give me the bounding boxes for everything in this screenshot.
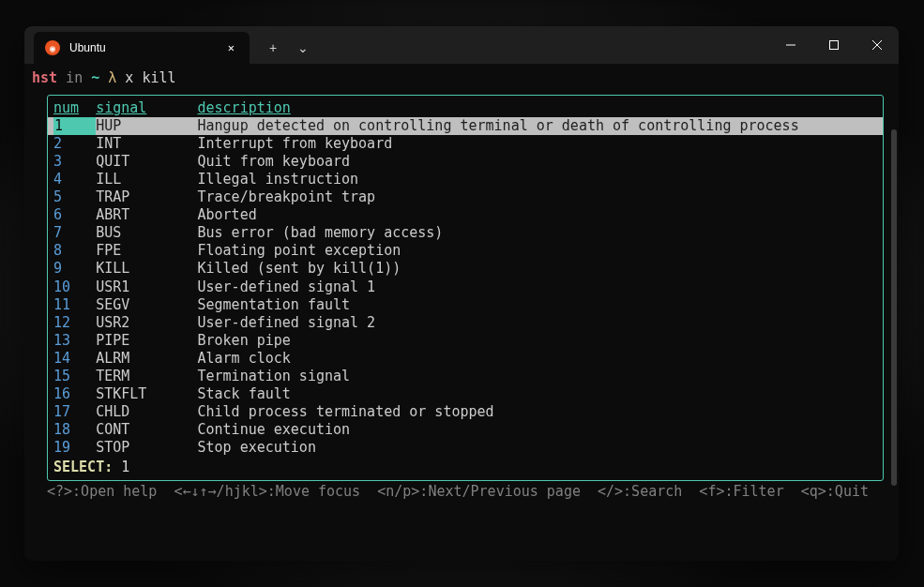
table-row[interactable]: 18 CONTContinue execution — [48, 421, 883, 439]
row-num: 7 — [53, 224, 96, 242]
signal-panel: num signaldescription 1 HUPHangup detect… — [47, 95, 884, 481]
row-num: 17 — [53, 403, 96, 421]
table-row[interactable]: 5 TRAPTrace/breakpoint trap — [48, 188, 883, 206]
row-num: 3 — [53, 153, 96, 171]
prompt-line: hst in ~ λ x kill — [30, 69, 893, 95]
row-signal: FPE — [96, 242, 197, 260]
table-row[interactable]: 6 ABRTAborted — [48, 206, 883, 224]
row-description: Aborted — [198, 206, 257, 224]
row-description: Broken pipe — [198, 332, 291, 350]
row-num: 18 — [53, 421, 96, 439]
table-row[interactable]: 11 SEGVSegmentation fault — [48, 296, 883, 314]
maximize-button[interactable] — [812, 26, 856, 64]
prompt-dir: ~ — [91, 69, 99, 86]
titlebar: ◉ Ubuntu ✕ + ⌄ — [24, 26, 899, 64]
row-num: 11 — [53, 296, 96, 314]
table-row[interactable]: 19 STOPStop execution — [48, 439, 883, 457]
table-row[interactable]: 8 FPEFloating point exception — [48, 242, 883, 260]
new-tab-button[interactable]: + — [261, 40, 285, 55]
row-num: 10 — [53, 278, 96, 296]
header-description: description — [198, 99, 291, 117]
row-description: Stack fault — [198, 385, 291, 403]
row-signal: HUP — [96, 117, 197, 135]
table-row[interactable]: 10 USR1User-defined signal 1 — [48, 278, 883, 296]
row-num: 16 — [53, 385, 96, 403]
row-description: Stop execution — [198, 439, 316, 457]
row-num: 5 — [53, 188, 96, 206]
table-row[interactable]: 4 ILLIllegal instruction — [48, 171, 883, 188]
header-signal: signal — [96, 99, 197, 117]
row-description: Hangup detected on controlling terminal … — [198, 117, 799, 135]
footer-hints: <?>:Open help <←↓↑→/hjkl>:Move focus <n/… — [30, 481, 893, 504]
row-signal: SEGV — [96, 296, 197, 314]
row-num: 1 — [53, 117, 96, 135]
table-row[interactable]: 1 HUPHangup detected on controlling term… — [48, 117, 883, 135]
row-num: 19 — [53, 439, 96, 457]
row-signal: QUIT — [96, 153, 197, 171]
row-signal: TRAP — [96, 188, 197, 206]
tab-title: Ubuntu — [69, 41, 215, 54]
row-description: Illegal instruction — [198, 171, 359, 188]
row-signal: USR2 — [96, 314, 197, 332]
table-row[interactable]: 15 TERMTermination signal — [48, 368, 883, 385]
table-row[interactable]: 17 CHLDChild process terminated or stopp… — [48, 403, 883, 421]
row-description: Bus error (bad memory access) — [198, 224, 444, 242]
row-description: User-defined signal 2 — [198, 314, 376, 332]
row-signal: INT — [96, 135, 197, 153]
select-value: 1 — [113, 459, 129, 475]
table-row[interactable]: 14 ALRMAlarm clock — [48, 350, 883, 368]
row-description: Interrupt from keyboard — [198, 135, 393, 153]
row-num: 4 — [53, 171, 96, 188]
prompt-host: hst — [32, 69, 57, 86]
row-description: Quit from keyboard — [198, 153, 351, 171]
table-row[interactable]: 16 STKFLTStack fault — [48, 385, 883, 403]
table-row[interactable]: 2 INTInterrupt from keyboard — [48, 135, 883, 153]
prompt-symbol: λ — [99, 69, 125, 86]
table-row[interactable]: 9 KILLKilled (sent by kill(1)) — [48, 260, 883, 278]
row-description: Trace/breakpoint trap — [198, 188, 376, 206]
row-num: 9 — [53, 260, 96, 278]
row-num: 8 — [53, 242, 96, 260]
row-description: Floating point exception — [198, 242, 401, 260]
row-description: Killed (sent by kill(1)) — [198, 260, 401, 278]
row-signal: ABRT — [96, 206, 197, 224]
table-row[interactable]: 12 USR2User-defined signal 2 — [48, 314, 883, 332]
minimize-button[interactable] — [769, 26, 812, 64]
row-description: Continue execution — [198, 421, 351, 439]
row-description: Child process terminated or stopped — [198, 403, 494, 421]
row-num: 12 — [53, 314, 96, 332]
window-controls — [769, 26, 899, 64]
row-signal: USR1 — [96, 278, 197, 296]
terminal-body[interactable]: hst in ~ λ x kill num signaldescription … — [24, 64, 899, 561]
table-row[interactable]: 13 PIPEBroken pipe — [48, 332, 883, 350]
ubuntu-icon: ◉ — [45, 40, 60, 55]
header-num: num — [53, 99, 96, 117]
terminal-window: ◉ Ubuntu ✕ + ⌄ hst in ~ λ x kill num sig… — [24, 26, 899, 561]
row-signal: ALRM — [96, 350, 197, 368]
tab-ubuntu[interactable]: ◉ Ubuntu ✕ — [34, 32, 250, 64]
row-description: Termination signal — [198, 368, 351, 385]
close-tab-icon[interactable]: ✕ — [224, 41, 238, 54]
row-num: 15 — [53, 368, 96, 385]
tab-actions: + ⌄ — [250, 32, 315, 64]
row-signal: PIPE — [96, 332, 197, 350]
row-num: 13 — [53, 332, 96, 350]
close-window-button[interactable] — [856, 26, 899, 64]
row-signal: CONT — [96, 421, 197, 439]
table-row[interactable]: 7 BUSBus error (bad memory access) — [48, 224, 883, 242]
row-signal: STOP — [96, 439, 197, 457]
table-row[interactable]: 3 QUITQuit from keyboard — [48, 153, 883, 171]
prompt-sep: in — [57, 69, 91, 86]
scrollbar[interactable] — [891, 129, 897, 486]
row-num: 14 — [53, 350, 96, 368]
select-line: SELECT: 1 — [48, 457, 883, 476]
row-description: Alarm clock — [198, 350, 291, 368]
prompt-command: x kill — [125, 69, 175, 86]
tab-dropdown-icon[interactable]: ⌄ — [291, 40, 315, 55]
row-signal: STKFLT — [96, 385, 197, 403]
row-signal: ILL — [96, 171, 197, 188]
row-signal: TERM — [96, 368, 197, 385]
row-description: Segmentation fault — [198, 296, 351, 314]
row-signal: KILL — [96, 260, 197, 278]
row-signal: BUS — [96, 224, 197, 242]
